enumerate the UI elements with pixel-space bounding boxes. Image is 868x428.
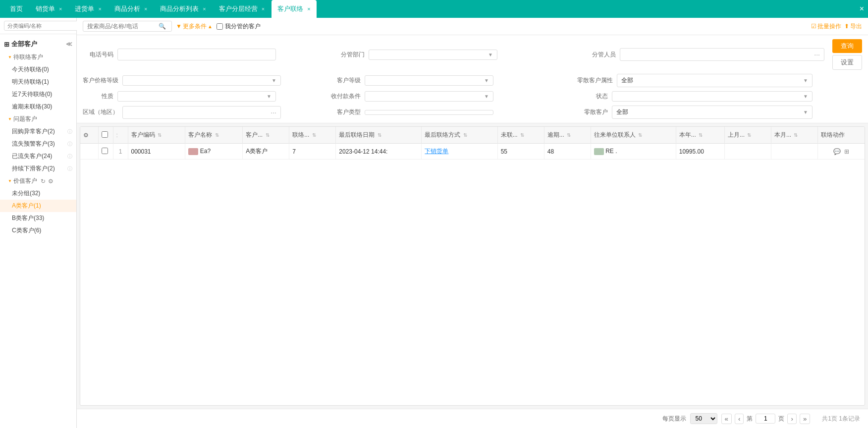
sort-contact-icon[interactable]: ⇅	[312, 132, 316, 138]
customer-type-select[interactable]	[365, 110, 493, 115]
refresh-icon[interactable]: ↻	[41, 178, 46, 185]
person-more-icon[interactable]: ···	[814, 51, 820, 58]
sort-last-month-icon[interactable]: ⇅	[747, 132, 751, 138]
abnormal-repurchase[interactable]: 回购异常客户(2) ⓘ	[0, 125, 76, 138]
nature-select[interactable]: ▼	[117, 91, 276, 102]
page-info: « ‹ 第 页 › »	[721, 414, 811, 424]
declining-customers[interactable]: 持续下滑客户(2) ⓘ	[0, 162, 76, 175]
region-more[interactable]: ···	[271, 108, 276, 116]
table-settings-icon[interactable]: ⚙	[83, 132, 89, 139]
today-pending[interactable]: 今天待联络(0)	[0, 63, 76, 76]
page-prefix: 第	[747, 415, 753, 423]
col-not-contacted: 未联... ⇅	[497, 127, 544, 144]
col-last-contact-date: 最后联络日期 ⇅	[336, 127, 422, 144]
churn-warning[interactable]: 流失预警客户(3) ⓘ	[0, 138, 76, 150]
sort-date-icon[interactable]: ⇅	[378, 132, 381, 138]
nav-product-analysis-list[interactable]: 商品分析列表 ×	[154, 0, 212, 18]
status-select[interactable]: ▼	[612, 91, 813, 102]
next-page-btn[interactable]: ›	[787, 414, 796, 424]
last-page-btn[interactable]: »	[800, 414, 810, 424]
phone-input[interactable]	[117, 49, 276, 60]
sort-year-icon[interactable]: ⇅	[699, 132, 703, 138]
nav-purchase-order[interactable]: 进货单 ×	[69, 0, 107, 18]
retail-customer-select[interactable]: 全部 ▼	[612, 106, 813, 119]
price-level-select[interactable]: ▼	[122, 75, 281, 86]
close-product-analysis-list[interactable]: ×	[203, 6, 206, 12]
b-class-customers[interactable]: B类客户(33)	[0, 212, 76, 224]
value-customers-section[interactable]: ▼ 价值客户 ↻ ⚙	[0, 175, 76, 187]
row-checkbox[interactable]	[102, 148, 108, 154]
person-select[interactable]: ···	[620, 48, 824, 61]
payment-arrow: ▼	[484, 94, 489, 99]
close-all-tabs[interactable]: ×	[860, 4, 864, 13]
customer-table: ⚙ : 客户编码 ⇅ 客户名称 ⇅	[80, 127, 865, 160]
price-level-label: 客户价格等级	[83, 76, 122, 85]
churned-customers[interactable]: 已流失客户(24) ⓘ	[0, 150, 76, 162]
payment-select[interactable]: ▼	[365, 91, 493, 102]
my-customers-checkbox[interactable]	[217, 23, 223, 30]
sort-name-icon[interactable]: ⇅	[215, 132, 219, 138]
setting-button[interactable]: 设置	[832, 55, 862, 70]
query-button[interactable]: 查询	[832, 39, 862, 53]
close-product-analysis[interactable]: ×	[144, 6, 147, 12]
sort-person-icon[interactable]: ⇅	[638, 132, 642, 138]
collapse-icon[interactable]: ≪	[66, 41, 72, 48]
filter-row-1: 电话号码 分管部门 ▼ 分管人员 ···	[83, 39, 862, 70]
main-search-icon[interactable]: 🔍	[159, 23, 166, 30]
sort-code-icon[interactable]: ⇅	[158, 132, 162, 138]
export-btn[interactable]: ⬆ 导出	[844, 22, 862, 31]
sort-this-month-icon[interactable]: ⇅	[794, 132, 798, 138]
problem-customers-section[interactable]: ▼ 问题客户	[0, 113, 76, 125]
close-customer-segmentation[interactable]: ×	[262, 6, 265, 12]
row-num: 1	[113, 144, 128, 160]
tomorrow-pending[interactable]: 明天待联络(1)	[0, 76, 76, 88]
nav-customer-segmentation[interactable]: 客户分层经营 ×	[213, 0, 271, 18]
col-customer-type: 客户... ⇅	[243, 127, 289, 144]
info-icon: ⓘ	[67, 128, 72, 135]
sort-type-icon[interactable]: ⇅	[266, 132, 270, 138]
chat-icon[interactable]: 💬	[833, 148, 841, 155]
sidebar-search-area: 🔍	[0, 18, 76, 34]
week-pending[interactable]: 近7天待联络(0)	[0, 88, 76, 101]
page-input[interactable]	[756, 414, 775, 424]
more-conditions-btn[interactable]: ▼ 更多条件 ▲	[176, 22, 213, 31]
sort-overdue-icon[interactable]: ⇅	[567, 132, 571, 138]
region-select[interactable]: ···	[122, 106, 281, 119]
main-search-input[interactable]	[87, 23, 157, 30]
overdue-contact[interactable]: 逾期未联络(30)	[0, 101, 76, 113]
category-search-input[interactable]	[4, 21, 79, 31]
last-month-cell	[725, 144, 771, 160]
nature-arrow: ▼	[267, 94, 271, 99]
dept-select[interactable]: ▼	[369, 50, 497, 60]
all-customers-header[interactable]: ⊞ 全部客户 ≪	[0, 37, 76, 51]
sort-method-icon[interactable]: ⇅	[463, 132, 467, 138]
batch-operation-btn[interactable]: ☑ 批量操作	[811, 22, 841, 31]
grid-action-icon[interactable]: ⊞	[844, 148, 849, 155]
name-color-block	[188, 148, 198, 155]
prev-page-btn[interactable]: ‹	[735, 414, 744, 424]
this-year-cell: 10995.00	[676, 144, 724, 160]
ungrouped[interactable]: 未分组(32)	[0, 187, 76, 200]
nav-home[interactable]: 首页	[4, 0, 29, 18]
retail-attr-select[interactable]: 全部 ▼	[617, 74, 813, 87]
select-all-checkbox[interactable]	[102, 131, 108, 138]
nav-product-analysis[interactable]: 商品分析 ×	[108, 0, 153, 18]
close-customer-contact[interactable]: ×	[307, 6, 310, 12]
contact-method-link[interactable]: 下销货单	[425, 148, 448, 155]
row-checkbox-cell	[98, 144, 113, 160]
nav-sales-order[interactable]: 销货单 ×	[30, 0, 68, 18]
per-page-select[interactable]: 50 100 200	[690, 413, 717, 424]
nav-customer-contact[interactable]: 客户联络 ×	[271, 0, 316, 18]
sort-not-contacted-icon[interactable]: ⇅	[520, 132, 524, 138]
c-class-customers[interactable]: C类客户(6)	[0, 224, 76, 237]
nature-label: 性质	[83, 92, 117, 101]
col-this-year: 本年... ⇅	[676, 127, 724, 144]
close-sales-order[interactable]: ×	[59, 6, 62, 12]
customer-level-select[interactable]: ▼	[365, 75, 493, 86]
close-purchase-order[interactable]: ×	[98, 6, 101, 12]
a-class-customers[interactable]: A类客户(1)	[0, 200, 76, 212]
retail-customer-field: 零散客户 全部 ▼	[577, 106, 813, 119]
pending-contact-section[interactable]: ▼ 待联络客户	[0, 51, 76, 63]
first-page-btn[interactable]: «	[721, 414, 732, 424]
settings-icon[interactable]: ⚙	[48, 178, 54, 185]
